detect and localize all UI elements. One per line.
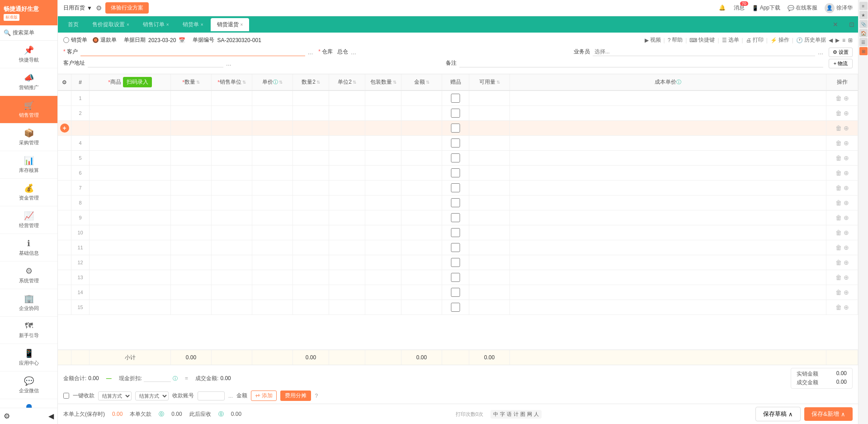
address-dots[interactable]: ... xyxy=(226,60,231,67)
gift-checkbox-8[interactable] xyxy=(443,198,467,207)
row-unit2-1[interactable] xyxy=(329,91,365,105)
tab-sale-delivery[interactable]: 销货单 × xyxy=(176,18,210,31)
product-input-1[interactable] xyxy=(91,95,169,101)
delete-row-1[interactable]: 🗑 xyxy=(835,95,842,102)
avail-sort-icon[interactable]: ⇅ xyxy=(496,80,500,85)
p10[interactable] xyxy=(90,225,171,240)
copy-row-15[interactable]: ⊕ xyxy=(844,304,849,311)
copy-row-9[interactable]: ⊕ xyxy=(844,214,849,221)
p13[interactable] xyxy=(90,270,171,285)
gift-checkbox-2[interactable] xyxy=(443,109,467,118)
tab-sale-return-close[interactable]: × xyxy=(241,22,243,27)
sidebar-item-settings[interactable]: ⚙ 系统管理 xyxy=(0,262,57,289)
user-menu[interactable]: 👤 徐泽华 xyxy=(825,3,853,13)
tab-sale-price[interactable]: 售价提取设置 × xyxy=(86,18,136,31)
row-gift-1[interactable] xyxy=(442,91,469,105)
row-product-2[interactable] xyxy=(90,106,171,120)
delete-row-13[interactable]: 🗑 xyxy=(835,274,842,281)
row-pkg-3[interactable] xyxy=(365,121,401,135)
ime-web[interactable]: 网 xyxy=(527,411,532,418)
sidebar-item-guide[interactable]: 🗺 新手引导 xyxy=(0,317,57,344)
sidebar-item-marketing[interactable]: 📣 营销推广 xyxy=(0,68,57,96)
search-menu-item[interactable]: 🔍 搜索菜单 xyxy=(0,25,57,41)
tab-sale-order-close[interactable]: × xyxy=(166,22,169,27)
p11[interactable] xyxy=(90,240,171,255)
tab-home[interactable]: 首页 xyxy=(61,18,85,31)
settings-btn[interactable]: ⚙ 设置 xyxy=(829,48,853,57)
sidebar-item-appstore[interactable]: 📱 应用中心 xyxy=(0,344,57,372)
ime-calc[interactable]: 计 xyxy=(514,411,519,418)
unit2-sort-icon[interactable]: ⇅ xyxy=(353,80,356,85)
qty2-sort-icon[interactable]: ⇅ xyxy=(316,80,320,85)
gift-checkbox-7[interactable] xyxy=(443,183,467,192)
copy-row-7[interactable]: ⊕ xyxy=(844,184,849,191)
row-price-1[interactable] xyxy=(252,91,293,105)
delete-row-10[interactable]: 🗑 xyxy=(835,229,842,236)
row-available-1[interactable] xyxy=(469,91,510,105)
p4[interactable] xyxy=(90,136,171,150)
warehouse-dots[interactable]: ... xyxy=(351,48,356,56)
save-new-button[interactable]: 保存&新增 ∧ xyxy=(804,407,853,421)
p8[interactable] xyxy=(90,195,171,210)
p14[interactable] xyxy=(90,285,171,300)
copy-row-1[interactable]: ⊕ xyxy=(844,95,849,102)
sidebar-settings-icon[interactable]: ⚙ xyxy=(4,412,10,420)
note-input[interactable] xyxy=(459,59,823,67)
p7[interactable] xyxy=(90,181,171,195)
settlement-method-select[interactable]: 结算方式 xyxy=(98,391,132,400)
sidebar-item-purchase[interactable]: 📦 采购管理 xyxy=(0,124,57,151)
rp-btn-4[interactable]: 🏠 xyxy=(859,29,868,37)
tool-shortcut[interactable]: ⌨ 快捷键 xyxy=(689,36,715,44)
tool-operate[interactable]: ⚡ 操作 xyxy=(770,36,789,44)
tool-help[interactable]: ? 帮助 xyxy=(668,36,683,44)
online-service[interactable]: 💬 在线客服 xyxy=(788,4,817,12)
row-unit-3[interactable] xyxy=(212,121,252,135)
row-qty-3[interactable] xyxy=(171,121,212,135)
copy-row-8[interactable]: ⊕ xyxy=(844,199,849,206)
row-pkg-2[interactable] xyxy=(365,106,401,120)
gift-checkbox-5[interactable] xyxy=(443,153,467,162)
view-grid[interactable]: ⊞ xyxy=(848,37,853,43)
pkg-sort-icon[interactable]: ⇅ xyxy=(393,80,396,85)
gift-checkbox-13[interactable] xyxy=(443,273,467,282)
row-price-3[interactable] xyxy=(252,121,293,135)
cash-discount-input[interactable] xyxy=(144,375,171,382)
row-price-2[interactable] xyxy=(252,106,293,120)
delete-row-3[interactable]: 🗑 xyxy=(835,124,842,132)
delete-row-15[interactable]: 🗑 xyxy=(835,304,842,311)
gift-checkbox-10[interactable] xyxy=(443,228,467,237)
address-input[interactable] xyxy=(88,59,223,67)
view-list[interactable]: ≡ xyxy=(842,37,845,43)
tool-select-order[interactable]: ☰ 选单 xyxy=(722,36,739,44)
row-cost-2[interactable] xyxy=(510,106,826,120)
row-qty2-3[interactable] xyxy=(293,121,329,135)
radio-delivery-input[interactable] xyxy=(63,37,69,43)
total-owe-hint[interactable]: ⓪ xyxy=(159,410,164,418)
row-cost-1[interactable] xyxy=(510,91,826,105)
price-sort-icon[interactable]: ⇅ xyxy=(279,80,283,85)
ime-cn[interactable]: 中 xyxy=(493,411,498,418)
qty-sort-icon[interactable]: ⇅ xyxy=(196,80,200,85)
sidebar-item-corp[interactable]: 🏢 企业协同 xyxy=(0,289,57,317)
gift-checkbox-15[interactable] xyxy=(443,303,467,312)
gift-checkbox-11[interactable] xyxy=(443,243,467,252)
delete-row-12[interactable]: 🗑 xyxy=(835,259,842,266)
rp-btn-2[interactable]: ★ xyxy=(859,11,868,19)
tool-history[interactable]: 🕐 历史单据 xyxy=(796,36,826,44)
unit-sort-icon[interactable]: ⇅ xyxy=(242,80,246,85)
sidebar-item-ops[interactable]: 📈 经营管理 xyxy=(0,206,57,234)
category-selector[interactable]: 日用百货 ▼ xyxy=(63,4,92,12)
staff-input[interactable] xyxy=(593,48,816,56)
delete-row-7[interactable]: 🗑 xyxy=(835,184,842,191)
p15[interactable] xyxy=(90,300,171,314)
staff-dots[interactable]: ... xyxy=(818,48,823,56)
sidebar-item-info[interactable]: ℹ 基础信息 xyxy=(0,234,57,262)
fee-split-button[interactable]: 费用分摊 xyxy=(280,391,311,401)
gift-checkbox-4[interactable] xyxy=(443,138,467,148)
gift-checkbox-14[interactable] xyxy=(443,288,467,297)
sidebar-item-shortcuts[interactable]: 📌 快捷导航 xyxy=(0,41,57,68)
radio-delivery[interactable]: 销货单 xyxy=(63,36,87,44)
table-settings-col[interactable]: ⚙ xyxy=(58,74,71,90)
delete-row-4[interactable]: 🗑 xyxy=(835,139,842,147)
row-gift-2[interactable] xyxy=(442,106,469,120)
